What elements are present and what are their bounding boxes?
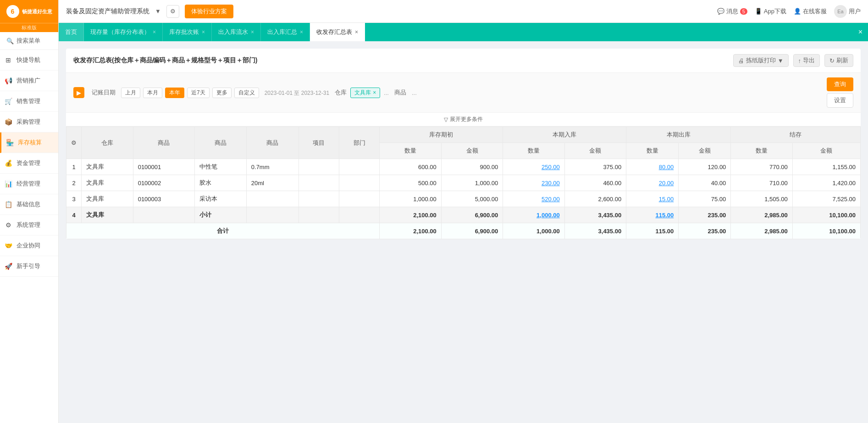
sidebar-item-finance[interactable]: 💰 资金管理 (0, 153, 58, 174)
sidebar-item-quick-nav[interactable]: ⊞ 快捷导航 (0, 50, 58, 71)
subtotal-project (299, 207, 339, 223)
messages-label: 消息 (726, 7, 738, 16)
sidebar-item-enterprise[interactable]: 🤝 企业协同 (0, 236, 58, 256)
app-logo: 6 畅捷通好生意 (0, 0, 58, 23)
sidebar-item-marketing[interactable]: 📢 营销推广 (0, 71, 58, 91)
expand-more-row[interactable]: ▽ 展开更多条件 (66, 113, 861, 126)
user-profile[interactable]: Ea 用户 (834, 5, 861, 18)
in-qty-link[interactable]: 250.00 (542, 164, 560, 170)
row-in-qty[interactable]: 230.00 (503, 175, 564, 191)
date-btn-custom[interactable]: 自定义 (234, 88, 259, 98)
export-button[interactable]: ↑ 导出 (793, 54, 820, 67)
tab-inout-flow-label: 出入库流水 (218, 28, 248, 36)
page-card: 收发存汇总表(按仓库＋商品编码＋商品＋规格型号＋项目＋部门) 🖨 拣纸版打印 ▼… (66, 49, 861, 239)
print-dropdown-icon: ▼ (778, 57, 784, 64)
row-bal-amt: 1,420.00 (792, 175, 860, 191)
in-qty-link[interactable]: 230.00 (542, 180, 560, 187)
row-project (299, 175, 339, 191)
date-range-display: 2023-01-01 至 2023-12-31 (265, 89, 329, 97)
close-batch-icon[interactable]: × (202, 29, 205, 35)
basic-icon: 📋 (4, 200, 13, 209)
search-menu[interactable]: 🔍 搜索菜单 (0, 32, 58, 50)
col-sub-start-amt: 金额 (441, 143, 503, 159)
warehouse-more-button[interactable]: ... (384, 89, 389, 96)
sidebar-item-newbie[interactable]: 🚀 新手引导 (0, 256, 58, 277)
online-service-button[interactable]: 👤 在线客服 (794, 7, 827, 16)
row-warehouse: 文具库 (82, 159, 133, 175)
row-out-qty[interactable]: 20.00 (626, 175, 679, 191)
row-start-amt: 1,000.00 (441, 175, 503, 191)
search-label: 搜索菜单 (17, 37, 40, 45)
date-btn-more[interactable]: 更多 (212, 88, 232, 98)
warehouse-tag[interactable]: 文具库 × (350, 88, 380, 98)
tab-bar: 首页 现存量（库存分布表） × 库存批次账 × 出入库流水 × 出入库汇总 × … (59, 23, 868, 41)
goods-filter-label: 商品 (394, 88, 406, 97)
in-qty-link[interactable]: 520.00 (542, 196, 560, 203)
app-download-button[interactable]: 📱 App下载 (755, 7, 786, 16)
settings-button[interactable]: ⚙ (166, 5, 179, 18)
sidebar-item-inventory[interactable]: 🏪 库存核算 (0, 132, 58, 153)
date-btn-this-year[interactable]: 本年 (165, 88, 184, 98)
tab-recv-send-summary[interactable]: 收发存汇总表 × (310, 23, 365, 41)
row-warehouse: 文具库 (82, 191, 133, 207)
col-header-project: 项目 (299, 127, 339, 159)
refresh-button[interactable]: ↻ 刷新 (824, 54, 853, 67)
tab-inventory-dist[interactable]: 现存量（库存分布表） × (84, 23, 163, 41)
sidebar-item-basic[interactable]: 📋 基础信息 (0, 194, 58, 215)
col-sub-out-qty: 数量 (626, 143, 679, 159)
service-icon: 👤 (794, 8, 801, 15)
out-qty-link[interactable]: 15.00 (659, 196, 674, 203)
filter-expand-button[interactable]: ▶ (73, 87, 84, 98)
row-in-qty[interactable]: 520.00 (503, 191, 564, 207)
export-icon: ↑ (798, 57, 802, 64)
col-header-period-start: 库存期初 (380, 127, 503, 143)
close-all-tabs-button[interactable]: × (853, 23, 868, 41)
tab-inout-summary[interactable]: 出入库汇总 × (261, 23, 310, 41)
row-name: 采访本 (195, 191, 247, 207)
row-in-qty[interactable]: 250.00 (503, 159, 564, 175)
messages-button[interactable]: 💬 消息 5 (717, 7, 747, 16)
row-dept (339, 159, 380, 175)
date-btn-last-month[interactable]: 上月 (121, 88, 140, 98)
row-in-amt: 375.00 (564, 159, 626, 175)
close-inventory-dist-icon[interactable]: × (153, 29, 156, 35)
tab-inout-flow[interactable]: 出入库流水 × (212, 23, 261, 41)
query-button[interactable]: 查询 (827, 77, 853, 91)
subtotal-spec (246, 207, 299, 223)
tab-home-label: 首页 (65, 28, 77, 36)
sidebar-item-operation[interactable]: 📊 经营管理 (0, 174, 58, 194)
table-row: 3 文具库 0100003 采访本 1,000.00 5,000.00 520.… (66, 191, 861, 207)
set-button[interactable]: 设置 (827, 93, 853, 108)
table-settings-col[interactable]: ⚙ (66, 127, 82, 159)
col-header-name: 商品 (195, 127, 247, 159)
close-inout-summary-icon[interactable]: × (300, 29, 303, 35)
close-recv-send-icon[interactable]: × (355, 29, 358, 35)
goods-more-button[interactable]: ... (412, 89, 417, 96)
subtotal-num: 4 (66, 207, 82, 223)
tab-home[interactable]: 首页 (59, 23, 84, 41)
close-inout-flow-icon[interactable]: × (251, 29, 254, 35)
out-qty-link[interactable]: 80.00 (659, 164, 674, 170)
sidebar-item-system[interactable]: ⚙ 系统管理 (0, 215, 58, 236)
topbar: 装备及固定资产辅助管理系统 ▼ ⚙ 体验行业方案 💬 消息 5 📱 App下载 … (59, 0, 868, 23)
total-start-amt: 6,900.00 (441, 223, 503, 239)
remove-warehouse-icon[interactable]: × (373, 89, 376, 96)
logo-icon: 6 (6, 5, 19, 18)
print-button[interactable]: 🖨 拣纸版打印 ▼ (733, 54, 789, 67)
row-out-qty[interactable]: 15.00 (626, 191, 679, 207)
sidebar-item-purchase[interactable]: 📦 采购管理 (0, 112, 58, 132)
date-btn-this-month[interactable]: 本月 (143, 88, 162, 98)
subtotal-bal-qty: 2,985.00 (731, 207, 792, 223)
row-spec: 0.7mm (246, 159, 299, 175)
tab-batch[interactable]: 库存批次账 × (163, 23, 212, 41)
out-qty-link[interactable]: 20.00 (659, 180, 674, 187)
row-out-qty[interactable]: 80.00 (626, 159, 679, 175)
tab-batch-label: 库存批次账 (169, 28, 199, 36)
row-num: 2 (66, 175, 82, 191)
col-sub-bal-amt: 金额 (792, 143, 860, 159)
system-dropdown[interactable]: ▼ (155, 8, 161, 15)
experience-button[interactable]: 体验行业方案 (185, 5, 233, 18)
tab-recv-send-label: 收发存汇总表 (316, 28, 352, 36)
date-btn-7days[interactable]: 近7天 (187, 88, 210, 98)
sidebar-item-sales[interactable]: 🛒 销售管理 (0, 91, 58, 112)
